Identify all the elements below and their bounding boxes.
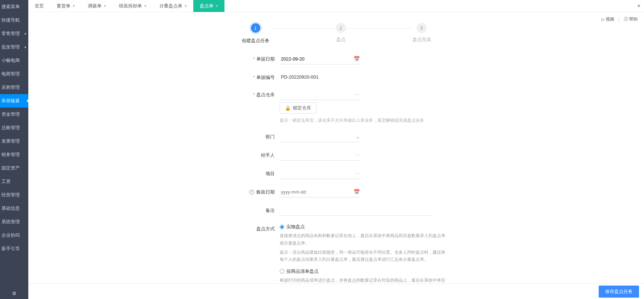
sidebar: 搜索菜单 快捷导航 零售管理▾ 批发管理▾ 小畅电商 电商管理 采购管理 库存核…: [0, 0, 28, 299]
step-3-label: 盘点完成: [412, 36, 431, 43]
chevron-down-icon: ▾: [24, 45, 26, 49]
handler-input[interactable]: [280, 150, 361, 161]
tab-home[interactable]: 首页: [28, 0, 50, 12]
tabs: 首页 要货单× 调拨单× 组装拆卸单× 分量盘点单× 盘点单× ×: [28, 0, 644, 12]
close-icon[interactable]: ×: [144, 4, 147, 8]
form: *单据日期 📅 *单据编号 PD-20220920-001 *盘点仓库: [227, 54, 446, 299]
tab-yaohuo[interactable]: 要货单×: [50, 0, 81, 12]
chevron-down-icon[interactable]: ⌄: [355, 134, 360, 139]
method-physical-radio[interactable]: 实物盘点: [280, 224, 446, 230]
warehouse-label: 盘点仓库: [256, 92, 275, 97]
code-label: 单据编号: [256, 75, 275, 80]
close-icon[interactable]: ×: [104, 4, 106, 8]
calendar-icon[interactable]: 📅: [354, 189, 360, 195]
top-help: ▷ 视频 | ⓘ 帮助: [602, 16, 638, 22]
step-2: 2 盘点: [336, 23, 346, 43]
handler-label: 经手人: [261, 153, 275, 158]
step-1-circle: 1: [250, 22, 262, 34]
sidebar-item-ledger[interactable]: 总账管理: [0, 121, 28, 134]
sidebar-item-wholesale[interactable]: 批发管理▾: [0, 40, 28, 54]
footer: 保存盘点任务: [28, 283, 644, 299]
close-icon[interactable]: ×: [184, 4, 187, 8]
more-icon[interactable]: ⋯: [355, 152, 360, 158]
lock-icon: 🔓: [285, 105, 291, 111]
sidebar-item-xiaochang[interactable]: 小畅电商: [0, 54, 28, 67]
step-2-label: 盘点: [336, 36, 346, 43]
more-icon[interactable]: ⋯: [355, 171, 360, 176]
save-button[interactable]: 保存盘点任务: [599, 286, 639, 298]
close-icon[interactable]: ×: [73, 4, 75, 8]
step-1: 1 创建盘点任务: [242, 22, 269, 44]
sidebar-item-ecommerce[interactable]: 电商管理: [0, 67, 28, 81]
sidebar-item-funds[interactable]: 资金管理: [0, 108, 28, 121]
bookdate-input[interactable]: [280, 187, 361, 197]
sidebar-item-tax[interactable]: 税务管理: [0, 148, 28, 161]
step-2-circle: 2: [336, 23, 346, 33]
main: 首页 要货单× 调拨单× 组装拆卸单× 分量盘点单× 盘点单× × ▷ 视频 |…: [28, 0, 644, 299]
help-link[interactable]: ⓘ 帮助: [624, 16, 638, 22]
tab-diaobo[interactable]: 调拨单×: [81, 0, 113, 12]
sidebar-item-quick-nav[interactable]: 快捷导航: [0, 13, 28, 27]
dept-input[interactable]: [280, 132, 361, 142]
code-value: PD-20220920-001: [280, 72, 361, 82]
sidebar-item-basic-info[interactable]: 基础信息: [0, 202, 28, 215]
step-1-label: 创建盘点任务: [242, 38, 269, 44]
sidebar-item-retail[interactable]: 零售管理▾: [0, 27, 28, 40]
tab-zuzhuang[interactable]: 组装拆卸单×: [113, 0, 153, 12]
sidebar-item-system[interactable]: 系统管理: [0, 215, 28, 229]
date-label: 单据日期: [256, 56, 275, 62]
project-input[interactable]: [280, 168, 361, 179]
calendar-icon[interactable]: 📅: [354, 56, 360, 62]
radio-input[interactable]: [280, 269, 284, 274]
sidebar-item-fixed-assets[interactable]: 固定资产: [0, 161, 28, 175]
sidebar-item-operation[interactable]: 经营管理: [0, 188, 28, 202]
close-icon[interactable]: ×: [216, 4, 218, 8]
remark-label: 备注: [266, 208, 275, 213]
sidebar-item-inventory[interactable]: 库存核算: [0, 94, 28, 108]
dept-label: 部门: [266, 134, 275, 139]
method1-desc: 直接将清点的商品名称和数量记录在纸上，最后在系统中将商品和实盘数量录入到盘点单或…: [280, 232, 446, 247]
gear-icon[interactable]: ⚙: [12, 291, 17, 296]
steps: 1 创建盘点任务 2 盘点 3 盘点完成: [28, 12, 644, 47]
method-label: 盘点方式: [256, 226, 275, 231]
step-3: 3 盘点完成: [412, 23, 431, 43]
tab-pandian[interactable]: 盘点单×: [193, 0, 224, 12]
remark-input[interactable]: [280, 205, 432, 216]
sidebar-item-enterprise[interactable]: 企业协同: [0, 229, 28, 242]
lock-warehouse-button[interactable]: 🔓 锁定仓库: [280, 102, 317, 114]
help-icon[interactable]: ?: [249, 190, 254, 195]
lock-hint: 提示：锁定仓库后，该仓库不允许再做出入库业务，直至解锁或完成盘点业务: [280, 117, 446, 124]
step-3-circle: 3: [417, 23, 427, 33]
close-all-icon[interactable]: ×: [637, 3, 640, 9]
sidebar-item-salary[interactable]: 工资: [0, 175, 28, 188]
tab-fenliang[interactable]: 分量盘点单×: [153, 0, 193, 12]
step-line: [347, 28, 411, 29]
radio-input[interactable]: [280, 225, 284, 229]
method-list-radio[interactable]: 按商品清单盘点: [280, 268, 446, 275]
video-link[interactable]: ▷ 视频: [602, 16, 614, 22]
bookdate-label: 账面日期: [256, 189, 275, 195]
sidebar-item-purchase[interactable]: 采购管理: [0, 81, 28, 94]
step-line: [271, 28, 335, 29]
date-input[interactable]: [280, 54, 361, 64]
sidebar-item-invoice[interactable]: 发票管理: [0, 134, 28, 148]
sidebar-item-guide[interactable]: 新手引导: [0, 242, 28, 255]
method1-hint: 提示：适合商品摆放比较随意，同一商品可能存在不同位置。当多人同时盘点时，建议将每…: [280, 249, 446, 263]
separator: |: [619, 17, 620, 22]
project-label: 项目: [266, 171, 275, 176]
warehouse-input[interactable]: [280, 90, 361, 100]
chevron-down-icon: ▾: [24, 32, 26, 36]
more-icon[interactable]: ⋯: [355, 92, 360, 97]
sidebar-item-search-menu[interactable]: 搜索菜单: [0, 0, 28, 13]
